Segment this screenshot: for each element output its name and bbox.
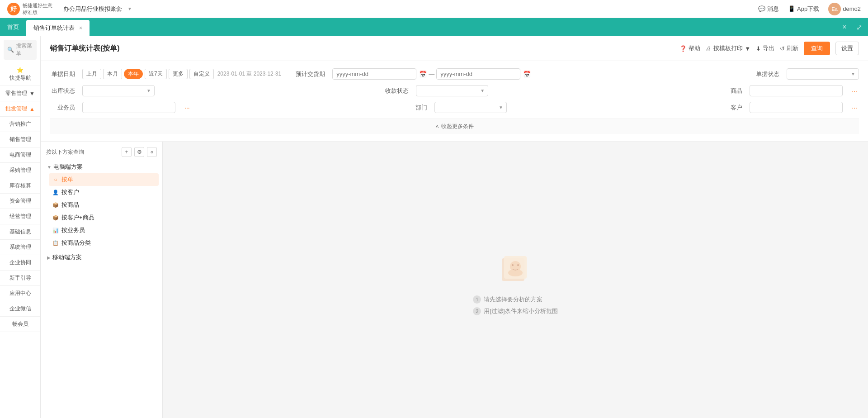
panel-add-button[interactable]: + — [122, 147, 132, 157]
app-download-button[interactable]: 📱 App下载 — [788, 5, 819, 13]
empty-tip-2: 2 用[过滤]条件来缩小分析范围 — [473, 307, 557, 315]
sidebar-item-basic-info[interactable]: 基础信息 — [0, 224, 40, 240]
logo-area: 好 畅捷通好生意 标准版 — [7, 2, 52, 15]
sidebar-item-wechat[interactable]: 企业微信 — [0, 301, 40, 317]
top-bar: 好 畅捷通好生意 标准版 办公用品行业模拟账套 ▼ 💬 消息 📱 App下载 E… — [0, 0, 868, 18]
pc-group-arrow-icon: ▼ — [47, 165, 52, 170]
planned-date-end-input[interactable] — [436, 68, 520, 80]
sidebar-item-retail[interactable]: 零售管理 ▼ — [0, 86, 40, 101]
export-icon: ⬇ — [756, 45, 761, 52]
mobile-group-arrow-icon: ▶ — [47, 255, 51, 260]
pc-scheme-group-title[interactable]: ▼ 电脑端方案 — [44, 161, 159, 173]
sidebar-item-finance[interactable]: 资金管理 — [0, 194, 40, 209]
print-button[interactable]: 🖨 按模板打印 ▼ — [706, 44, 750, 52]
filter-row-1: 单据日期 上月 本月 本年 近7天 更多 自定义 2023-01-01 至 20… — [50, 68, 859, 80]
pay-status-select[interactable] — [416, 85, 488, 96]
tab-bar-actions: × ⤢ — [839, 22, 868, 33]
goods-label: 商品 — [717, 87, 742, 95]
sidebar-item-inventory[interactable]: 库存核算 — [0, 178, 40, 194]
this-year-button[interactable]: 本年 — [124, 69, 143, 79]
date-quick-buttons: 上月 本月 本年 近7天 更多 自定义 2023-01-01 至 2023-12… — [82, 69, 281, 79]
app-title-dropdown-icon[interactable]: ▼ — [127, 6, 132, 11]
tree-item-by-order[interactable]: ○ 按单 — [49, 173, 159, 186]
sidebar-item-apps[interactable]: 应用中心 — [0, 286, 40, 301]
tab-minimize-button[interactable]: × — [839, 22, 850, 33]
user-profile-button[interactable]: Ea demo2 — [828, 3, 861, 15]
panel-settings-button[interactable]: ⚙ — [134, 147, 144, 157]
planned-date-start-input[interactable] — [332, 68, 416, 80]
dept-select[interactable] — [434, 102, 507, 113]
message-button[interactable]: 💬 消息 — [758, 5, 779, 13]
doc-status-select[interactable] — [787, 68, 859, 80]
tab-close-icon[interactable]: × — [79, 25, 82, 31]
tree-item-by-category[interactable]: 📋 按商品分类 — [49, 237, 159, 249]
customer-label: 客户 — [717, 104, 742, 112]
sidebar-item-wholesale[interactable]: 批发管理 ▲ — [0, 101, 40, 117]
export-button[interactable]: ⬇ 导出 — [756, 44, 774, 52]
tab-maximize-button[interactable]: ⤢ — [854, 22, 864, 33]
by-salesman-icon: 📊 — [52, 226, 60, 234]
ship-status-select[interactable] — [82, 85, 155, 96]
sidebar-item-purchase[interactable]: 采购管理 — [0, 163, 40, 178]
tree-item-by-salesman[interactable]: 📊 按业务员 — [49, 224, 159, 237]
by-customer-icon: 👤 — [52, 188, 60, 196]
page-actions: ❓ 帮助 🖨 按模板打印 ▼ ⬇ 导出 ↺ 刷新 查询 设置 — [679, 42, 859, 61]
tip-num-1: 1 — [473, 295, 481, 304]
salesman-label: 业务员 — [50, 104, 75, 112]
main-layout: 🔍 搜索菜单 ⭐ 快捷导航 零售管理 ▼ 批发管理 ▲ 营销推广 销售管理 电商… — [0, 36, 868, 418]
sidebar-item-shortcut[interactable]: ⭐ 快捷导航 — [0, 63, 40, 86]
mobile-scheme-group-title[interactable]: ▶ 移动端方案 — [44, 251, 159, 264]
right-content: 1 请先选择要分析的方案 2 用[过滤]条件来缩小分析范围 — [163, 142, 868, 418]
collapse-bar[interactable]: ∧ 收起更多条件 — [50, 119, 859, 134]
search-icon: 🔍 — [7, 47, 14, 53]
query-button[interactable]: 查询 — [804, 42, 830, 55]
7days-button[interactable]: 近7天 — [145, 69, 167, 79]
settings-button[interactable]: 设置 — [835, 42, 859, 55]
help-button[interactable]: ❓ 帮助 — [679, 44, 700, 52]
tab-home[interactable]: 首页 — [0, 18, 26, 36]
refresh-button[interactable]: ↺ 刷新 — [780, 44, 798, 52]
empty-tips: 1 请先选择要分析的方案 2 用[过滤]条件来缩小分析范围 — [473, 295, 557, 315]
goods-input[interactable] — [750, 85, 843, 96]
custom-button[interactable]: 自定义 — [189, 69, 214, 79]
sidebar-item-member[interactable]: 畅会员 — [0, 317, 40, 332]
shortcut-icon: ⭐ — [17, 67, 24, 73]
sidebar-item-guide[interactable]: 新手引导 — [0, 271, 40, 286]
mobile-scheme-group: ▶ 移动端方案 — [44, 251, 159, 264]
sidebar-item-marketing[interactable]: 营销推广 — [0, 117, 40, 132]
date-label: 单据日期 — [50, 70, 75, 78]
avatar: Ea — [828, 3, 841, 15]
sidebar-item-sales[interactable]: 销售管理 — [0, 132, 40, 147]
customer-input[interactable] — [750, 102, 843, 113]
salesman-ellipsis-button[interactable]: ··· — [183, 104, 192, 111]
sidebar-item-system[interactable]: 系统管理 — [0, 240, 40, 255]
panel-collapse-button[interactable]: « — [147, 147, 157, 157]
goods-ellipsis-button[interactable]: ··· — [850, 87, 859, 95]
calendar-start-icon[interactable]: 📅 — [419, 71, 427, 78]
date-range-text: 2023-01-01 至 2023-12-31 — [217, 70, 281, 78]
sidebar-search-button[interactable]: 🔍 搜索菜单 — [4, 40, 37, 60]
tree-item-by-customer[interactable]: 👤 按客户 — [49, 186, 159, 199]
empty-state-icon — [493, 245, 538, 290]
sidebar-item-ecommerce[interactable]: 电商管理 — [0, 147, 40, 163]
doc-status-label: 单据状态 — [754, 70, 779, 78]
last-month-button[interactable]: 上月 — [82, 69, 101, 79]
this-month-button[interactable]: 本月 — [103, 69, 122, 79]
retail-arrow-icon: ▼ — [29, 90, 35, 97]
customer-ellipsis-button[interactable]: ··· — [850, 104, 859, 111]
planned-date-inputs: 📅 — 📅 — [332, 68, 531, 80]
logo-icon: 好 — [7, 3, 20, 15]
tree-item-by-goods[interactable]: 📦 按商品 — [49, 199, 159, 211]
logo-text: 畅捷通好生意 标准版 — [23, 2, 52, 15]
pay-status-label: 收款状态 — [383, 87, 409, 95]
calendar-end-icon[interactable]: 📅 — [523, 71, 531, 78]
sidebar-item-operations[interactable]: 经营管理 — [0, 209, 40, 224]
salesman-input[interactable] — [82, 102, 175, 113]
sidebar-item-enterprise[interactable]: 企业协同 — [0, 255, 40, 271]
app-download-icon: 📱 — [788, 5, 795, 12]
by-category-icon: 📋 — [52, 239, 60, 247]
print-icon: 🖨 — [706, 45, 712, 52]
tab-sales-order-stats[interactable]: 销售订单统计表 × — [26, 20, 90, 36]
tree-item-by-customer-goods[interactable]: 📦 按客户+商品 — [49, 211, 159, 224]
more-button[interactable]: 更多 — [169, 69, 188, 79]
